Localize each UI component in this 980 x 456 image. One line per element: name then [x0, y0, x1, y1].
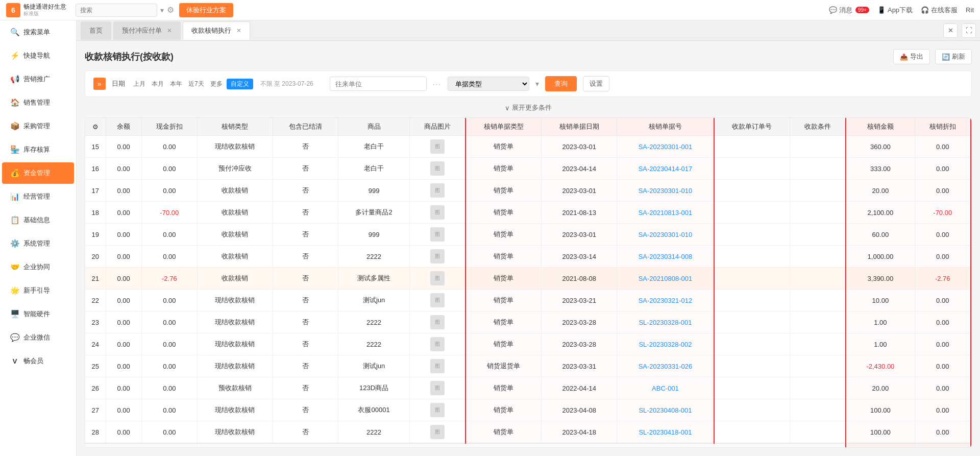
date-custom[interactable]: 自定义: [227, 79, 253, 89]
refresh-icon: 🔄: [942, 53, 950, 61]
cell-goods: 2222: [338, 246, 409, 268]
doc-no-link[interactable]: SA-20210813-001: [639, 209, 693, 217]
tab-prepay-label: 预付冲应付单: [122, 26, 162, 35]
sidebar-item-search[interactable]: 🔍 搜索菜单: [2, 21, 74, 43]
cell-cancel-doc-type: 销货单: [465, 180, 542, 202]
cell-cancel-type: 预收款核销: [197, 377, 273, 399]
top-bar: 6 畅捷通谱好生意 标准版 ▾ ⚙ 休验行业方案 💬 消息 99+ 📱 App下…: [0, 0, 980, 20]
tab-collection-close[interactable]: ✕: [236, 27, 241, 34]
cell-cancel-discount: 0.00: [915, 311, 971, 333]
refresh-button[interactable]: 🔄 刷新: [935, 49, 972, 64]
cell-cancel-doc-type: 销货单: [465, 377, 542, 399]
date-this-year[interactable]: 本年: [168, 79, 184, 89]
doc-no-link[interactable]: SA-20230414-017: [639, 165, 693, 173]
col-cancel-type: 核销类型: [197, 118, 273, 136]
doc-no-link[interactable]: ABC-001: [652, 385, 679, 392]
sidebar-item-basic[interactable]: 📋 基础信息: [2, 209, 74, 231]
cell-cancel-type: 现结收款核销: [197, 355, 273, 377]
doc-no-link[interactable]: SA-20230301-010: [639, 187, 693, 195]
sidebar-item-hardware[interactable]: 🖥️ 智能硬件: [2, 303, 74, 325]
settings-icon[interactable]: ⚙: [167, 5, 174, 15]
table-row: 26 0.00 0.00 预收款核销 否 123D商品 图 销货单 2022-0…: [85, 377, 971, 399]
sidebar-item-label: 销售管理: [23, 98, 50, 107]
expand-conditions-btn[interactable]: ∨ 展开更多条件: [505, 101, 552, 114]
member-icon: V: [10, 356, 19, 366]
doc-no-link[interactable]: SL-20230408-001: [639, 406, 692, 414]
partner-input[interactable]: [330, 77, 427, 91]
cell-include-closed: 否: [273, 136, 338, 158]
cell-receipt-order-no: [714, 246, 790, 268]
app-download-btn[interactable]: 📱 App下载: [877, 6, 913, 15]
chevron-down-icon: ∨: [505, 104, 510, 112]
cell-receipt-condition: [790, 158, 846, 180]
cell-goods-image: 图: [409, 268, 465, 290]
cell-goods: 123D商品: [338, 377, 409, 399]
filter-bar: » 日期 上月 本月 本年 近7天 更多 自定义 不限 至 2023-07-26…: [85, 70, 972, 97]
tab-collection[interactable]: 收款核销执行 ✕: [183, 21, 250, 40]
sidebar-item-wechat[interactable]: 💬 企业微信: [2, 327, 74, 348]
cell-cancel-doc-type: 销货单: [465, 224, 542, 246]
sidebar-item-purchase[interactable]: 📦 采购管理: [2, 115, 74, 137]
cell-cancel-discount: -2.76: [915, 268, 971, 290]
table-row: 25 0.00 0.00 现结收款核销 否 测试jun 图 销货退货单 2023…: [85, 355, 971, 377]
search-input[interactable]: [80, 7, 141, 14]
doc-no-link[interactable]: SL-20230328-001: [639, 319, 692, 326]
sidebar-item-marketing[interactable]: 📢 营销推广: [2, 68, 74, 90]
system-icon: ⚙️: [10, 239, 19, 248]
tab-home[interactable]: 首页: [81, 21, 111, 40]
user-menu[interactable]: Rit: [966, 6, 974, 14]
sidebar-item-sales[interactable]: 🏠 销售管理: [2, 92, 74, 113]
cell-goods: 测试jun: [338, 355, 409, 377]
sidebar-item-business[interactable]: 📊 经营管理: [2, 186, 74, 207]
col-receipt-order-no: 收款单订单号: [714, 118, 790, 136]
cell-cancel-discount: 0.00: [915, 399, 971, 421]
tab-close-btn[interactable]: ✕: [943, 23, 958, 38]
message-btn[interactable]: 💬 消息 99+: [829, 6, 869, 15]
doc-no-link[interactable]: SL-20230328-002: [639, 341, 692, 348]
doc-no-link[interactable]: SA-20230301-001: [639, 143, 693, 151]
guide-icon: ⚡: [10, 51, 19, 60]
cell-cancel-doc-date: 2021-08-08: [542, 268, 617, 290]
sidebar-item-label: 营销推广: [23, 75, 50, 84]
date-7-days[interactable]: 近7天: [186, 79, 206, 89]
date-last-month[interactable]: 上月: [131, 79, 148, 89]
sidebar-item-corp[interactable]: 🤝 企业协同: [2, 256, 74, 278]
cell-cancel-doc-date: 2023-04-08: [542, 399, 617, 421]
tab-prepay-close[interactable]: ✕: [167, 27, 172, 34]
sidebar-item-system[interactable]: ⚙️ 系统管理: [2, 233, 74, 254]
sidebar-item-finance[interactable]: 💰 资金管理: [2, 162, 74, 184]
cell-receipt-order-no: [714, 333, 790, 355]
solution-button[interactable]: 休验行业方案: [179, 3, 233, 17]
filter-settings-button[interactable]: 设置: [583, 76, 609, 91]
page-content: 收款核销执行(按收款) 📤 导出 🔄 刷新 » 日期 上月: [77, 41, 980, 456]
cell-receipt-order-no: [714, 311, 790, 333]
doc-no-link[interactable]: SA-20230301-010: [639, 231, 693, 238]
cell-cancel-doc-type: 销货单: [465, 311, 542, 333]
date-more[interactable]: 更多: [208, 79, 225, 89]
doc-no-link[interactable]: SA-20230331-026: [639, 363, 693, 370]
cell-receipt-condition: [790, 202, 846, 224]
export-button[interactable]: 📤 导出: [893, 49, 930, 64]
doc-type-select[interactable]: 单据类型: [448, 77, 529, 91]
sidebar-item-member[interactable]: V 畅会员: [2, 350, 74, 372]
cell-goods: 老白干: [338, 158, 409, 180]
doc-no-link[interactable]: SA-20230321-012: [639, 297, 693, 304]
query-button[interactable]: 查询: [545, 76, 577, 91]
tab-expand-btn[interactable]: ⛶: [962, 23, 976, 38]
tab-prepay[interactable]: 预付冲应付单 ✕: [113, 21, 181, 40]
cell-cancel-doc-date: 2021-08-13: [542, 202, 617, 224]
doc-no-link[interactable]: SA-20230314-008: [639, 253, 693, 260]
dropdown-arrow[interactable]: ▾: [160, 6, 164, 14]
service-btn[interactable]: 🎧 在线客服: [921, 6, 958, 15]
cell-row-num: 15: [85, 136, 106, 158]
date-this-month[interactable]: 本月: [150, 79, 166, 89]
filter-expand-btn[interactable]: »: [93, 78, 106, 90]
sidebar-item-newbie[interactable]: 🌟 新手引导: [2, 280, 74, 301]
doc-no-link[interactable]: SL-20230418-001: [639, 428, 692, 436]
cell-cancel-discount: 0.00: [915, 290, 971, 311]
col-settings[interactable]: ⚙: [85, 118, 106, 136]
doc-no-link[interactable]: SA-20210808-001: [639, 275, 693, 282]
sidebar-item-inventory[interactable]: 🏪 库存核算: [2, 139, 74, 160]
sidebar-item-guide[interactable]: ⚡ 快捷导航: [2, 45, 74, 66]
sidebar-item-label: 资金管理: [23, 169, 50, 178]
